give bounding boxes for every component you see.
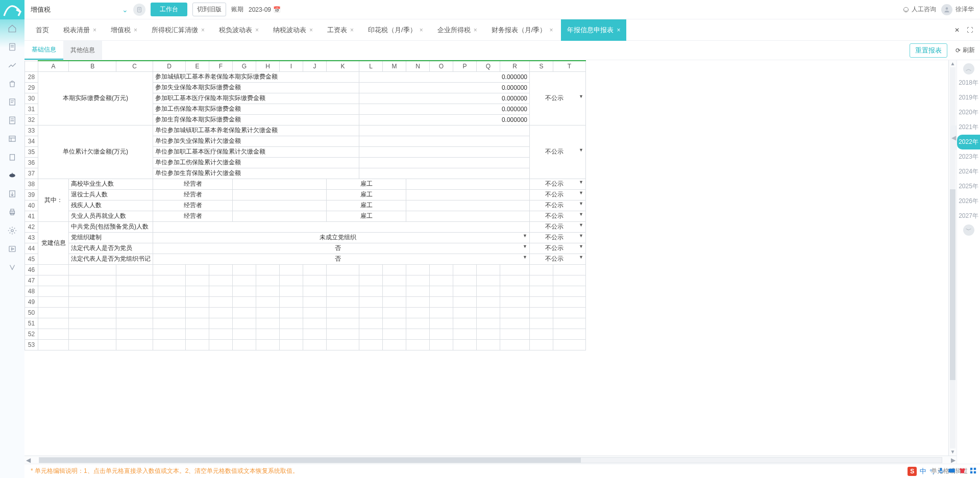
row-header-47[interactable]: 47 [25,275,38,286]
cell[interactable] [280,286,303,296]
cell[interactable] [69,286,116,296]
col-header-O[interactable]: O [430,61,453,71]
cell[interactable] [327,318,359,329]
cell[interactable] [406,189,530,200]
cell[interactable] [116,275,153,286]
col-header-M[interactable]: M [383,61,406,71]
cell[interactable] [186,296,209,307]
cell[interactable] [477,339,500,350]
cell[interactable] [38,329,69,339]
cell[interactable] [430,286,453,296]
cell[interactable] [477,286,500,296]
cell[interactable] [500,296,530,307]
cell[interactable] [256,275,280,286]
cell[interactable] [233,200,327,211]
cell[interactable] [477,264,500,275]
cell[interactable] [256,329,280,339]
ime-icon[interactable]: S [908,467,917,476]
cell[interactable]: 党组织建制 [69,232,153,243]
tab-close-icon[interactable]: × [134,27,137,34]
rail-active-icon[interactable] [0,166,24,185]
cell[interactable] [256,264,280,275]
col-header-T[interactable]: T [553,61,586,71]
year-2020年[interactable]: 2020年 [957,105,980,120]
cell[interactable] [303,286,327,296]
rail-print-icon[interactable] [0,203,24,221]
row-header-43[interactable]: 43 [25,232,38,243]
cell[interactable] [477,296,500,307]
cell[interactable] [233,329,256,339]
rail-building-icon[interactable] [0,148,24,166]
cell[interactable] [553,264,586,275]
row-header-42[interactable]: 42 [25,221,38,232]
cell[interactable]: 不公示 [530,232,586,243]
cell[interactable] [327,286,359,296]
sheet-corner[interactable] [25,61,38,71]
cell[interactable] [383,275,406,286]
cell[interactable] [530,296,553,307]
tab-close-icon[interactable]: × [420,27,423,34]
cell[interactable] [153,286,186,296]
cell[interactable] [359,339,383,350]
cell[interactable] [530,275,553,286]
cell[interactable] [303,329,327,339]
cell[interactable]: 参加城镇职工基本养老保险本期实际缴费金额 [153,71,359,82]
row-header-38[interactable]: 38 [25,179,38,189]
cell[interactable]: 不公示 [530,200,586,211]
cell[interactable]: 参加职工基本医疗保险本期实际缴费金额 [153,93,359,104]
subtab-other[interactable]: 其他信息 [63,41,102,60]
user-menu[interactable]: 徐泽华 [941,4,974,15]
row-header-53[interactable]: 53 [25,339,38,350]
cell[interactable]: 不公示 [530,211,586,221]
cell[interactable] [327,296,359,307]
cell[interactable] [553,296,586,307]
cell[interactable] [430,264,453,275]
cell[interactable]: 其中： [38,179,69,221]
cell[interactable] [553,275,586,286]
cell[interactable] [430,339,453,350]
cell[interactable] [477,329,500,339]
cell[interactable] [280,264,303,275]
cell[interactable] [38,264,69,275]
cell[interactable] [209,296,233,307]
cell[interactable] [186,275,209,286]
tab-close-icon[interactable]: × [350,27,354,34]
row-header-39[interactable]: 39 [25,189,38,200]
cell[interactable] [69,329,116,339]
tab-close-icon[interactable]: × [549,27,553,34]
row-header-46[interactable]: 46 [25,264,38,275]
tray-keyboard-icon[interactable] [948,467,955,476]
cell[interactable] [209,286,233,296]
period-picker[interactable]: 2023-09 📅 [249,6,281,13]
h-scroll-thumb[interactable] [39,458,581,463]
cell[interactable] [153,307,186,318]
cell[interactable] [453,296,477,307]
row-header-28[interactable]: 28 [25,71,38,82]
cell[interactable]: 单位参加职工基本医疗保险累计欠缴金额 [153,146,359,157]
cell[interactable]: 党建信息 [38,221,69,264]
tab-1[interactable]: 税表清册× [57,19,103,41]
cell[interactable] [280,275,303,286]
cell[interactable] [406,296,430,307]
tab-6[interactable]: 工资表× [321,19,360,41]
cell[interactable] [69,275,116,286]
cell[interactable] [327,275,359,286]
cell[interactable] [359,146,530,157]
cell[interactable] [38,286,69,296]
scroll-up-arrow[interactable]: ▲ [949,60,957,67]
tray-mic-icon[interactable] [937,467,945,476]
col-header-B[interactable]: B [69,61,116,71]
col-header-D[interactable]: D [153,61,186,71]
cell[interactable]: 失业人员再就业人数 [69,211,153,221]
tab-8[interactable]: 企业所得税× [431,19,483,41]
cell[interactable] [327,264,359,275]
cell[interactable] [359,275,383,286]
year-2018年[interactable]: 2018年 [957,76,980,90]
row-header-45[interactable]: 45 [25,254,38,264]
col-header-I[interactable]: I [280,61,303,71]
cell[interactable]: 雇工 [327,200,406,211]
tax-type-selector[interactable]: 增值税 ⌄ [31,5,128,14]
col-header-Q[interactable]: Q [477,61,500,71]
cell[interactable] [327,329,359,339]
cell[interactable]: 单位参加工伤保险累计欠缴金额 [153,157,359,168]
